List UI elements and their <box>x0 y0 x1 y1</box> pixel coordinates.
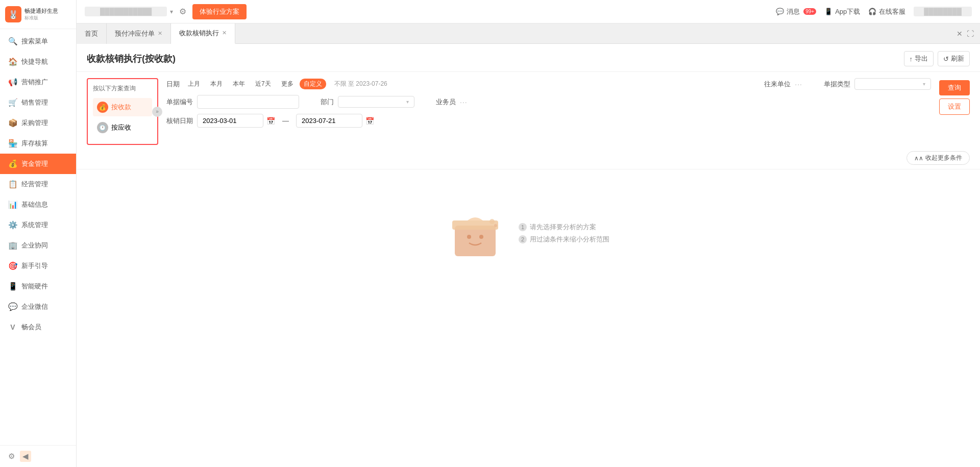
export-btn[interactable]: ↑ 导出 <box>904 51 934 66</box>
topbar-gear-icon[interactable]: ⚙ <box>179 7 186 16</box>
counterpart-dots-btn[interactable]: ··· <box>795 80 802 88</box>
query-form-area: 日期 上月 本月 本年 近7天 更多 自定义 <box>166 78 970 145</box>
inventory-icon: 🏪 <box>8 139 17 148</box>
query-btn[interactable]: 查询 <box>939 80 970 95</box>
marketing-icon: 📢 <box>8 78 17 87</box>
sidebar-item-sales[interactable]: 🛒 销售管理 <box>0 92 76 113</box>
date-this-year[interactable]: 本年 <box>229 79 249 89</box>
sidebar-item-label: 企业微信 <box>21 302 48 311</box>
sidebar-item-finance[interactable]: 💰 资金管理 <box>0 154 76 174</box>
sales-icon: 🛒 <box>8 98 17 107</box>
verify-date-start-input[interactable] <box>197 114 263 128</box>
sidebar-item-label: 基础信息 <box>21 200 48 209</box>
logo-icon: 🐰 <box>5 6 21 22</box>
service-icon: 🎧 <box>868 8 876 15</box>
sidebar-item-sys-mgmt[interactable]: ⚙️ 系统管理 <box>0 215 76 235</box>
sidebar-item-enterprise[interactable]: 🏢 企业协同 <box>0 235 76 256</box>
collapse-sidebar-btn[interactable]: ◀ <box>20 451 31 462</box>
company-dropdown-icon[interactable]: ▾ <box>170 8 173 15</box>
empty-box-svg <box>447 210 503 261</box>
tab-fullscreen-icon[interactable]: ⛶ <box>967 30 974 38</box>
sidebar-item-member[interactable]: V 畅会员 <box>0 317 76 337</box>
date-more[interactable]: 更多 <box>277 79 298 89</box>
sidebar-item-smart-hw[interactable]: 📱 智能硬件 <box>0 276 76 297</box>
doc-type-label: 单据类型 <box>824 80 850 89</box>
sidebar-item-basic-info[interactable]: 📊 基础信息 <box>0 194 76 215</box>
query-btn-area: 查询 设置 <box>939 78 970 145</box>
user-name[interactable]: ████████ <box>914 7 972 16</box>
search-menu-icon: 🔍 <box>8 37 17 46</box>
sidebar-item-label: 智能硬件 <box>21 282 48 291</box>
member-icon: V <box>8 323 17 331</box>
guide-icon: 🎯 <box>8 261 17 271</box>
sidebar-item-label: 新手引导 <box>21 261 48 271</box>
sidebar-item-label: 系统管理 <box>21 220 48 230</box>
collapse-more-btn[interactable]: ∧∧ 收起更多条件 <box>906 151 970 165</box>
empty-state: 1 请先选择要分析的方案 2 用过滤条件来缩小分析范围 <box>77 169 980 297</box>
doc-number-input[interactable] <box>197 95 299 109</box>
tab-prepay-label: 预付冲应付单 <box>115 29 155 38</box>
sidebar-item-purchase[interactable]: 📦 采购管理 <box>0 113 76 133</box>
refresh-btn[interactable]: ↺ 刷新 <box>938 51 970 66</box>
settings-icon[interactable]: ⚙ <box>8 452 15 461</box>
dept-label: 部门 <box>321 97 334 107</box>
doc-type-select[interactable]: ▾ <box>854 78 931 90</box>
message-btn[interactable]: 💬 消息 99+ <box>776 7 816 16</box>
app-download-btn[interactable]: 📱 App下载 <box>824 7 860 16</box>
set-btn[interactable]: 设置 <box>939 99 970 115</box>
tab-prepay-close-icon[interactable]: ✕ <box>158 30 162 37</box>
sidebar-item-wechat[interactable]: 💬 企业微信 <box>0 297 76 317</box>
filter-by-receipt[interactable]: 💰 按收款 <box>93 98 152 116</box>
doc-type-arrow-icon: ▾ <box>923 81 925 87</box>
verify-date-end-input[interactable] <box>296 114 362 128</box>
verify-date-start-calendar-icon[interactable]: 📅 <box>266 117 275 125</box>
service-btn[interactable]: 🎧 在线客服 <box>868 7 905 16</box>
counterpart-label: 往来单位 <box>764 80 791 89</box>
by-receivable-icon: 🕐 <box>97 122 108 133</box>
tab-prepay[interactable]: 预付冲应付单 ✕ <box>107 23 171 44</box>
filter-panel-collapse-icon[interactable]: » <box>152 107 162 117</box>
by-receipt-label: 按收款 <box>111 103 131 112</box>
sidebar-item-label: 快捷导航 <box>21 57 48 66</box>
doc-type-field: 单据类型 ▾ <box>824 78 931 90</box>
sidebar: 🐰 畅捷通好生意 标准版 🔍 搜索菜单 🏠 快捷导航 📢 营销推广 🛒 销售管理… <box>0 0 77 467</box>
date-this-month[interactable]: 本月 <box>206 79 227 89</box>
purchase-icon: 📦 <box>8 118 17 128</box>
sidebar-logo: 🐰 畅捷通好生意 标准版 <box>0 0 76 29</box>
doc-number-field: 单据编号 <box>166 95 299 109</box>
form-row-2: 单据编号 部门 ▾ 业务员 <box>166 95 931 109</box>
collapse-more-row: ∧∧ 收起更多条件 <box>77 151 980 169</box>
tab-home[interactable]: 首页 <box>77 23 107 44</box>
salesperson-dots-btn[interactable]: ··· <box>460 98 468 106</box>
verify-date-end-calendar-icon[interactable]: 📅 <box>365 117 374 125</box>
tab-bar: 首页 预付冲应付单 ✕ 收款核销执行 ✕ ✕ ⛶ <box>77 23 980 44</box>
page-actions: ↑ 导出 ↺ 刷新 <box>904 51 970 66</box>
date-no-limit: 不限 至 2023-07-26 <box>334 80 387 88</box>
filter-by-receivable[interactable]: 🕐 按应收 <box>93 118 152 137</box>
dept-select[interactable]: ▾ <box>338 96 414 108</box>
sidebar-item-guide[interactable]: 🎯 新手引导 <box>0 256 76 276</box>
date-custom[interactable]: 自定义 <box>300 79 326 89</box>
tab-receipt-verify-close-icon[interactable]: ✕ <box>222 30 227 36</box>
tab-receipt-verify[interactable]: 收款核销执行 ✕ <box>171 23 235 44</box>
sidebar-bottom: ⚙ ◀ <box>0 445 76 467</box>
doc-number-label: 单据编号 <box>166 97 193 107</box>
sidebar-item-quick-nav[interactable]: 🏠 快捷导航 <box>0 52 76 72</box>
verify-date-label: 核销日期 <box>166 116 193 126</box>
quick-nav-icon: 🏠 <box>8 57 17 66</box>
page-content: 收款核销执行(按收款) ↑ 导出 ↺ 刷新 按以下方案查询 <box>77 44 980 467</box>
date-7days[interactable]: 近7天 <box>251 79 275 89</box>
sidebar-item-marketing[interactable]: 📢 营销推广 <box>0 72 76 92</box>
dept-arrow-icon: ▾ <box>406 99 409 105</box>
sidebar-item-search-menu[interactable]: 🔍 搜索菜单 <box>0 31 76 52</box>
solution-btn[interactable]: 体验行业方案 <box>192 4 247 19</box>
filter-panel: 按以下方案查询 💰 按收款 🕐 按应收 » <box>87 78 158 145</box>
smart-hw-icon: 📱 <box>8 282 17 291</box>
finance-icon: 💰 <box>8 159 17 168</box>
sidebar-item-biz-mgmt[interactable]: 📋 经营管理 <box>0 174 76 194</box>
page-title: 收款核销执行(按收款) <box>87 53 176 65</box>
date-last-month[interactable]: 上月 <box>184 79 204 89</box>
sidebar-item-inventory[interactable]: 🏪 库存核算 <box>0 133 76 154</box>
query-form: 日期 上月 本月 本年 近7天 更多 自定义 <box>166 78 931 145</box>
tab-close-all-icon[interactable]: ✕ <box>957 30 963 38</box>
